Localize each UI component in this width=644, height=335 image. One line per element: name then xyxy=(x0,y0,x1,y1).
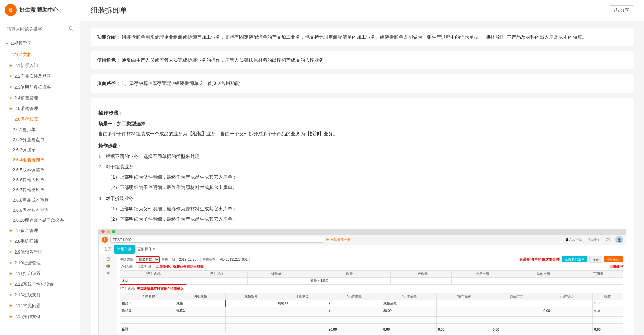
main-header: 组装拆卸单 分享 xyxy=(80,0,644,21)
plus-icon-coupon: + xyxy=(9,249,12,255)
mini-sidebar-item-2[interactable]: 📦 xyxy=(99,262,117,269)
intro-text: 组装拆卸单用来处理企业组装或拆卸等加工业务，支持有固定装配清单的产品加工业务，也… xyxy=(122,34,587,40)
sidebar-item-coupon[interactable]: + 2.9优惠券管理 xyxy=(0,247,80,258)
mini-confirm-btn[interactable]: 审核确认 xyxy=(604,256,623,262)
sidebar-item-outbound[interactable]: 2.6.7其他出库单 xyxy=(0,185,80,195)
main-content: 组装拆卸单 分享 功能介绍： 组装拆卸单用来处理企业组装或拆卸等加工业务，支持有… xyxy=(80,0,644,335)
mini-topbar: 6 TEST-H002 ▶ 同款推荐一下 📱 App下载 帮助中心 CC 👤 xyxy=(99,235,626,245)
mini-addr: TEST-H002 xyxy=(110,237,323,243)
search-input[interactable] xyxy=(4,24,66,34)
mini-sub-header-row: *子件名称 无固定清单可以直接在这里录入 xyxy=(120,287,623,291)
sidebar-item-sales[interactable]: + 2.4销售管理 xyxy=(0,93,80,103)
sidebar-item-stocktake[interactable]: 2.6.1盘点单 xyxy=(0,125,80,135)
step3-2: （2）下部明细为子件明细，最终作为产成品生成其它入库单。 xyxy=(108,215,626,223)
ops-title: 操作步骤： xyxy=(98,110,626,116)
sidebar-header: 6 好生意 帮助中心 xyxy=(0,0,80,20)
mini-nav: 首页 新增单据 更多操作 ▾ xyxy=(99,245,626,254)
sidebar-item-stockerror[interactable]: 2.6.10库存账本错了怎么办 xyxy=(0,215,80,225)
sidebar-item-inbound[interactable]: 2.6.6其他入库单 xyxy=(0,175,80,185)
scenario1-title: 场景一：加工类型选择 xyxy=(98,121,626,127)
mini-child-row-3 xyxy=(120,314,623,317)
search-box[interactable] xyxy=(4,24,76,34)
mini-parent-table: *父件名称 父件规格 计量单位 数量 生产数量 成品金额 其他金额 可用量 xyxy=(120,270,623,285)
mini-sidebar-item-1[interactable]: 📋 xyxy=(99,255,117,262)
mini-content: 📋 📦 ⚙️ 单据类型 组装拆卸 xyxy=(99,254,626,335)
plus-icon: + xyxy=(6,41,8,46)
sidebar-item-settings[interactable]: + 2.12系统个性化设置 xyxy=(0,279,80,290)
mini-date-label: 单据日期 xyxy=(162,257,175,262)
plus-icon-print: + xyxy=(9,271,12,276)
mini-sidebar: 📋 📦 ⚙️ xyxy=(99,254,117,335)
sidebar-item-cases[interactable]: + 2.15操作案例 xyxy=(0,311,80,322)
mini-nav-more[interactable]: 更多操作 ▾ xyxy=(135,245,158,254)
mini-nav-home[interactable]: 首页 xyxy=(102,245,114,254)
step1: 1、根据不同的业务，选择不同单据的类型来处理 xyxy=(98,152,626,161)
mini-date-value: 2019-12-26 xyxy=(177,257,201,262)
ops-steps-title: 操作步骤： xyxy=(98,143,626,149)
mini-app: 6 TEST-H002 ▶ 同款推荐一下 📱 App下载 帮助中心 CC 👤 首… xyxy=(99,234,626,335)
assembly-type-annotation: 组装业务、拆卸业务在这里切换 xyxy=(156,264,203,269)
sidebar-item-partial[interactable]: 2.6.2分量盘点单 xyxy=(0,135,80,145)
sidebar-item-assembly[interactable]: 2.6.4组装拆卸单 xyxy=(0,155,80,165)
sidebar-item-payment[interactable]: + 2.13在线支付 xyxy=(0,290,80,300)
sidebar-item-costadj[interactable]: 2.6.5成本调整单 xyxy=(0,165,80,175)
svg-line-1 xyxy=(72,30,73,31)
mini-child-row-4 xyxy=(120,317,623,319)
plus-icon-sales: + xyxy=(9,95,12,100)
sidebar-item-finance[interactable]: + 2.7资金管理 xyxy=(0,225,80,236)
plus-icon-install: + xyxy=(9,74,12,79)
sidebar-item-video-label: 1.视频学习 xyxy=(10,40,32,46)
mini-sidebar-item-3[interactable]: ⚙️ xyxy=(99,269,117,276)
sidebar-item-docs-label: 2.帮助文档 xyxy=(10,52,32,58)
plus-icon-finance: + xyxy=(9,228,12,233)
app-name: 好生意 帮助中心 xyxy=(19,7,58,14)
mini-nav-new[interactable]: 新增单据 xyxy=(114,245,135,254)
mini-parent-row-1: 水杯 数量 ≥ 1单位 xyxy=(120,278,623,285)
mini-child-table: *子件名称 明细规格 规格型号 计量单位 *出库数量 *出库金额 *成本金额 赠… xyxy=(120,293,623,333)
share-button[interactable]: 分享 xyxy=(609,5,634,15)
ops-block: 操作步骤： 场景一：加工类型选择 当由多个子件材料组装成一个成品的业务为【组装】… xyxy=(91,98,634,335)
svg-point-0 xyxy=(69,27,72,30)
sidebar-item-stock[interactable]: − 2.6库存核算 xyxy=(0,114,80,125)
sidebar: 6 好生意 帮助中心 + 1.视频学习 − 2.帮助文档 + 2.1新手入门 +… xyxy=(0,0,80,335)
role-block: 使用角色： 通常由生产人员或库管人员完成拆装业务的操作，库管人员确认原材料的出库… xyxy=(91,51,634,69)
mini-child-row-7 xyxy=(120,324,623,326)
plus-icon-settings: + xyxy=(9,282,12,287)
sidebar-item-install[interactable]: + 2.2产品安装及登录 xyxy=(0,71,80,82)
enable-annotation: 启用处理 xyxy=(609,264,623,269)
search-button[interactable] xyxy=(66,24,76,34)
mini-select-bom-btn[interactable]: 选用装配清单 xyxy=(562,256,587,262)
sidebar-item-bizops[interactable]: + 2.10经营管理 xyxy=(0,258,80,268)
minimize-btn-icon xyxy=(107,230,110,233)
mini-type-select[interactable]: 组装拆卸 xyxy=(136,256,160,263)
page-title: 组装拆卸单 xyxy=(91,5,127,15)
sidebar-item-mobile[interactable]: + 2.8手机旺铺 xyxy=(0,236,80,247)
mini-order-label: 单据编号 xyxy=(203,257,216,262)
mini-avatar: 👤 xyxy=(615,236,623,243)
plus-icon-cases: + xyxy=(9,314,12,319)
screenshot-toolbar xyxy=(99,229,626,234)
sidebar-item-data[interactable]: + 2.3使用前数据准备 xyxy=(0,82,80,93)
mini-child-row-1: 物品 1 规格1 规格+1 + 规格金额 xyxy=(120,300,623,307)
mini-save-btn[interactable]: 保存 xyxy=(589,256,602,263)
sidebar-item-print[interactable]: + 2.11打印设置 xyxy=(0,268,80,279)
sidebar-item-transfer[interactable]: 2.6.3调拨单 xyxy=(0,145,80,155)
path-block: 页面路径： 1、库存核算->库存管理->组装拆卸单 2、首页->常用功能 xyxy=(91,74,634,93)
plus-icon-purchase: + xyxy=(9,106,12,111)
sidebar-item-purchase[interactable]: + 2.5采购管理 xyxy=(0,103,80,114)
minus-icon: − xyxy=(6,52,8,57)
step2-2: （2）下部明细为子件明细，最终作为原材料生成其它出库单。 xyxy=(108,183,626,192)
sidebar-item-docs[interactable]: − 2.帮助文档 xyxy=(0,49,80,60)
mini-child-row-2: 物品 2 规格1 + 30.00 0.00 xyxy=(120,307,623,314)
plus-icon-payment: + xyxy=(9,292,12,297)
mini-type-label: 单据类型 xyxy=(120,257,133,262)
mini-form-row1: 单据类型 组装拆卸 单据日期 2019-12-26 单据编号 AD-201912… xyxy=(120,256,623,263)
sidebar-item-faq[interactable]: + 2.14常见问题 xyxy=(0,300,80,311)
sidebar-item-costrecalc[interactable]: 2.6.8商品成本重算 xyxy=(0,195,80,205)
sidebar-item-newbie[interactable]: + 2.1新手入门 xyxy=(0,60,80,71)
nav-section: + 1.视频学习 − 2.帮助文档 + 2.1新手入门 + 2.2产品安装及登录… xyxy=(0,38,80,322)
path-label: 页面路径： xyxy=(97,80,120,86)
sidebar-item-video[interactable]: + 1.视频学习 xyxy=(0,38,80,49)
step3: 3、对于拆装业务 xyxy=(98,194,626,203)
sidebar-item-stockledger[interactable]: 2.6.9库存账本查询 xyxy=(0,205,80,215)
